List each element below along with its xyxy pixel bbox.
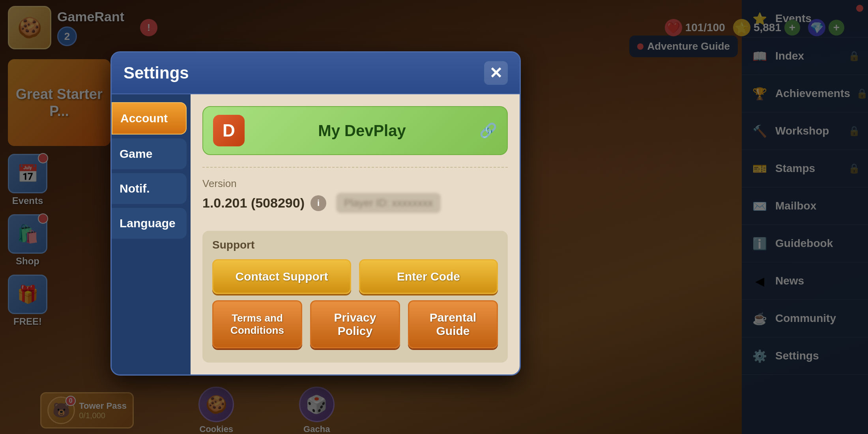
terms-button[interactable]: Terms and Conditions [212,300,302,348]
tab-language[interactable]: Language [112,208,187,239]
support-title: Support [212,239,498,251]
support-secondary-buttons: Terms and Conditions Privacy Policy Pare… [212,300,498,348]
settings-modal: Settings ✕ Account Game Notif. Language … [110,51,521,376]
contact-support-button[interactable]: Contact Support [212,259,351,294]
support-primary-buttons: Contact Support Enter Code [212,259,498,294]
devplay-icon: D [213,115,245,146]
tab-game[interactable]: Game [112,138,187,169]
tab-account[interactable]: Account [112,102,187,135]
devplay-card[interactable]: D My DevPlay 🔗 [202,106,508,155]
tab-notif[interactable]: Notif. [112,173,187,204]
version-row: 1.0.201 (508290) i Player ID: xxxxxxxx [202,193,508,213]
devplay-link-icon[interactable]: 🔗 [479,122,497,139]
settings-tabs: Account Game Notif. Language [112,94,191,374]
devplay-name: My DevPlay [253,122,471,140]
privacy-button[interactable]: Privacy Policy [310,300,400,348]
settings-close-button[interactable]: ✕ [484,61,508,85]
settings-body: Account Game Notif. Language D My DevPla… [112,94,520,374]
version-label: Version [202,178,508,190]
version-blurred-id: Player ID: xxxxxxxx [336,193,441,213]
settings-header: Settings ✕ [112,52,520,94]
settings-title: Settings [123,64,189,82]
settings-content: D My DevPlay 🔗 Version 1.0.201 (508290) … [191,94,520,374]
support-section: Support Contact Support Enter Code Terms… [202,231,508,363]
parental-button[interactable]: Parental Guide [408,300,498,348]
version-section: Version 1.0.201 (508290) i Player ID: xx… [202,167,508,223]
enter-code-button[interactable]: Enter Code [359,259,498,294]
version-number: 1.0.201 (508290) [202,195,305,211]
version-info-button[interactable]: i [311,195,326,211]
